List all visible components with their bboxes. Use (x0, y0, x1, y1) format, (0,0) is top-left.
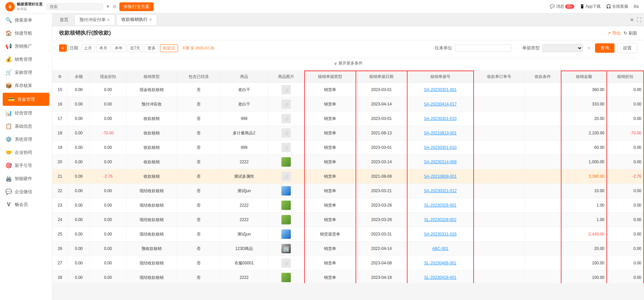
date-label: 日期 (69, 45, 78, 51)
row-verify-bill-no[interactable]: SL-20230418-001 (407, 270, 474, 284)
row-goods-img: 🏢 (268, 242, 305, 256)
query-button[interactable]: 查询 (595, 43, 614, 53)
row-verify-amount: 1,000.00 (561, 155, 607, 169)
sidebar-item-marketing[interactable]: 📢 营销推广 (0, 40, 52, 53)
guide-icon: 🎯 (5, 162, 12, 169)
tab-bar: 首页 预付冲应付单 ✕ 收款核销执行 ✕ ✕ ⛶ (52, 13, 644, 26)
sidebar-item-guide[interactable]: 🎯 新手引导 (0, 159, 52, 172)
row-cash-discount: 0.00 (90, 270, 126, 284)
industry-btn[interactable]: 休验行业方案 (119, 2, 154, 11)
tab-verify[interactable]: 收款核销执行 ✕ (116, 14, 157, 25)
row-verify-bill-type: 销货单 (305, 140, 356, 155)
row-include-settled: 否 (177, 184, 220, 198)
sidebar-item-hardware[interactable]: 🖨️ 智能硬件 (0, 172, 52, 185)
row-goods: 2222 (220, 155, 268, 169)
row-verify-bill-no[interactable]: SL-20230328-001 (407, 198, 474, 213)
row-verify-discount: 0.00 (607, 83, 644, 97)
tab-close-all-icon[interactable]: ✕ (630, 17, 634, 23)
row-verify-amount: 20.00 (561, 112, 607, 126)
row-verify-bill-no[interactable]: ABC-001 (407, 242, 474, 256)
tab-verify-close[interactable]: ✕ (149, 17, 152, 22)
row-verify-bill-no[interactable]: SL-20230328-002 (407, 213, 474, 227)
sidebar-item-search[interactable]: 🔍 搜索菜单 (0, 13, 52, 27)
messages-icon[interactable]: 💬 消息 99+ (550, 4, 574, 9)
table-row: 250.000.00现结收款核销否测试jun销货退货单2023-03-31SA-… (52, 227, 644, 242)
sidebar-item-member[interactable]: V 畅会员 (0, 198, 52, 211)
row-verify-amount: 10.00 (561, 184, 607, 198)
row-receipt-condition (525, 242, 561, 256)
row-verify-bill-no[interactable]: SA-20210813-001 (407, 126, 474, 140)
sidebar-item-management[interactable]: 📊 经营管理 (0, 106, 52, 120)
export-icon: ↗ (607, 31, 611, 36)
tab-home[interactable]: 首页 (55, 15, 73, 25)
row-verify-bill-no[interactable]: SA-20230301-010 (407, 112, 474, 126)
date-btn-custom[interactable]: 自定义 (160, 44, 178, 52)
row-verify-type: 预付冲应收 (126, 97, 177, 112)
row-verify-bill-no[interactable]: SA-20230301-001 (407, 83, 474, 97)
sidebar-label-management: 经营管理 (15, 110, 32, 116)
sidebar-item-wechat[interactable]: 💬 企业微信 (0, 185, 52, 198)
tab-prepay-close[interactable]: ✕ (107, 18, 110, 22)
date-btn-this-year[interactable]: 本年 (112, 44, 126, 52)
sidebar-item-sales[interactable]: 💰 销售管理 (0, 53, 52, 66)
export-button[interactable]: ↗ 导出 (607, 30, 621, 36)
sidebar-item-nav[interactable]: 🏠 快捷导航 (0, 27, 52, 40)
row-verify-bill-type: 销货单 (305, 270, 356, 284)
sidebar-item-collab[interactable]: 🤝 企业协同 (0, 146, 52, 159)
tab-expand-icon[interactable]: ⛶ (637, 17, 641, 23)
row-verify-bill-no[interactable]: SA-20230331-026 (407, 227, 474, 242)
date-btn-last-month[interactable]: 上月 (81, 44, 95, 52)
table-row: 190.000.00收款核销否999⬜销货单2023-03-01SA-20230… (52, 140, 644, 155)
row-verify-bill-type: 销货单 (305, 112, 356, 126)
date-buttons: 上月 本月 本年 近7天 更多 自定义 (81, 44, 178, 52)
from-company-input[interactable] (455, 44, 511, 52)
user-name: Rit (634, 4, 639, 9)
row-receipt-condition (525, 97, 561, 112)
table-row: 180.00-70.00收款核销否多计量商品2⬜销货单2021-08-13SA-… (52, 126, 644, 140)
expand-more-btn[interactable]: ∨ 展开更多条件 (59, 59, 637, 68)
row-verify-type: 收款核销 (126, 112, 177, 126)
row-cash-discount: 0.00 (90, 256, 126, 270)
row-verify-bill-no[interactable]: SA-20230301-010 (407, 140, 474, 155)
table-row: 270.000.00现结收款核销否衣服00001⬜销货单2023-04-08SL… (52, 256, 644, 270)
date-btn-7days[interactable]: 近7天 (127, 44, 144, 52)
refresh-button[interactable]: ↻ 刷新 (624, 30, 637, 36)
row-receipt-condition (525, 140, 561, 155)
row-verify-bill-no[interactable]: SA-20210808-001 (407, 169, 474, 184)
sidebar-label-hardware: 智能硬件 (15, 176, 32, 182)
sidebar-item-finance[interactable]: 💳 资金管理 (3, 93, 49, 106)
row-verify-bill-date: 2023-04-08 (356, 256, 407, 270)
filter-expand-btn[interactable]: » (59, 44, 67, 52)
row-verify-amount: 360.00 (561, 83, 607, 97)
col-settings[interactable]: ⚙ (52, 71, 68, 83)
filter-bar: » 日期 上月 本月 本年 近7天 更多 自定义 不限 至 2023-07-26 (52, 40, 644, 71)
main-content: 首页 预付冲应付单 ✕ 收款核销执行 ✕ ✕ ⛶ 收款核销执行(按收款) ↗ (52, 13, 644, 300)
app-download[interactable]: 📱 App下载 (580, 4, 601, 9)
row-goods-img (268, 155, 305, 169)
search-input[interactable] (47, 3, 103, 10)
row-verify-bill-no[interactable]: SA-20230414-017 (407, 97, 474, 112)
sidebar-item-basics[interactable]: 📋 基础信息 (0, 120, 52, 133)
dropdown-icon[interactable]: ▼ (106, 4, 110, 9)
row-verify-bill-no[interactable]: SA-20230321-012 (407, 184, 474, 198)
tab-prepay[interactable]: 预付冲应付单 ✕ (74, 14, 115, 25)
top-bar: 6 畅捷通谱好生意 标准版 ▼ ⚙ 休验行业方案 💬 消息 99+ 📱 App下… (0, 0, 644, 13)
sidebar-item-inventory[interactable]: 📦 库存核算 (0, 79, 52, 92)
row-goods: 2222 (220, 198, 268, 213)
date-btn-more[interactable]: 更多 (145, 44, 159, 52)
row-verify-bill-no[interactable]: SA-20230314-008 (407, 155, 474, 169)
online-service[interactable]: 🎧 在线客服 (606, 4, 628, 9)
gear-icon[interactable]: ⚙ (113, 4, 117, 9)
col-verify-amount: 核销金额 (561, 71, 607, 83)
sidebar-item-system[interactable]: ⚙️ 系统管理 (0, 133, 52, 146)
col-verify-bill-no: 核销单据号 (407, 71, 474, 83)
row-goods: 老白干 (220, 83, 268, 97)
row-balance: 0.00 (68, 155, 90, 169)
row-verify-bill-no[interactable]: SL-20230408-001 (407, 256, 474, 270)
row-receipt-order-no (474, 242, 525, 256)
settings-button[interactable]: 设置 (617, 43, 637, 53)
date-btn-this-month[interactable]: 本月 (96, 44, 110, 52)
table-row: 240.000.00现结收款核销否2222销货单2023-03-28SL-202… (52, 213, 644, 227)
sidebar-item-purchase[interactable]: 🛒 采购管理 (0, 66, 52, 79)
bill-type-select[interactable] (542, 44, 583, 52)
